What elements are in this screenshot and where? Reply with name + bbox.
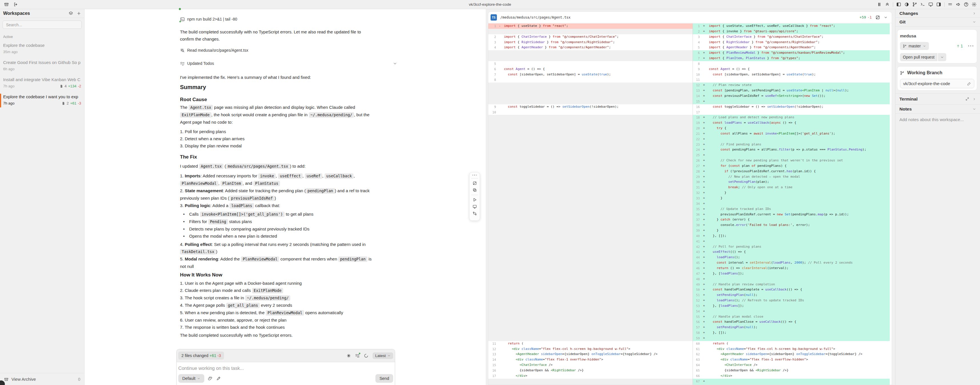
panel-left-icon[interactable] — [896, 2, 901, 7]
diff-code-row: 18+ // Load plans and detect new pending… — [693, 115, 892, 120]
workspace-item[interactable]: Explore the codebase I want you to exp7h… — [0, 94, 84, 107]
drag-dots-icon[interactable] — [472, 175, 477, 176]
diff-code-row: 61 <div className="flex flex-col h-scree… — [693, 347, 892, 352]
git-section-header[interactable]: Git — [896, 18, 980, 27]
menu-icon[interactable] — [948, 2, 953, 7]
diff-filler-row — [488, 212, 692, 217]
expand-icon[interactable] — [966, 97, 969, 101]
monitor-icon[interactable] — [473, 205, 477, 209]
more-menu-icon[interactable]: ··· — [968, 43, 974, 49]
diff-old-pane: 1-import { useState } from "react";2impo… — [488, 24, 692, 385]
chat-block-0[interactable]: npm run build 2>&1 | tail -80 — [180, 17, 397, 22]
diff-filler-row — [488, 271, 692, 277]
help-icon[interactable] — [964, 2, 969, 7]
diff-filler-row — [488, 93, 692, 99]
tool-call-label: Read medusa/src/pages/Agent.tsx — [187, 48, 248, 52]
model-dropdown[interactable]: Default — [178, 374, 204, 383]
chevrons-up-icon[interactable] — [885, 2, 890, 7]
copy-icon[interactable] — [473, 188, 477, 192]
diff-code-row: 23+ // Find pending plans — [693, 142, 892, 147]
diff-code-row: 43+ useEffect(() => { — [693, 249, 892, 255]
gear-icon[interactable] — [972, 2, 977, 7]
todo-list-icon[interactable] — [355, 353, 360, 358]
layers-icon[interactable] — [68, 11, 73, 16]
search-input[interactable]: Search... — [3, 21, 82, 29]
diff-filler-row — [488, 29, 692, 34]
archive-count: 0 — [78, 377, 80, 382]
send-button[interactable]: Send — [375, 374, 393, 383]
notes-section-header[interactable]: Notes — [896, 105, 980, 114]
diff-code-row: 59+ — [693, 336, 892, 341]
workspace-item[interactable]: Create Good First Issues on Github So p6… — [0, 59, 84, 73]
diff-view-icon[interactable] — [473, 181, 477, 185]
contrast-icon[interactable] — [904, 2, 909, 7]
workspace-time: 7h ago — [3, 84, 14, 88]
diff-scrollbar[interactable] — [890, 24, 892, 385]
diff-code-row: 40+ }, []); — [693, 233, 892, 239]
diff-filler-row — [488, 179, 692, 185]
git-branch-icon — [903, 44, 907, 48]
diff-code-row: 66 </div> — [693, 373, 892, 379]
chevron-down-icon[interactable] — [393, 61, 397, 66]
pause-icon[interactable] — [877, 2, 882, 7]
monitor-icon[interactable] — [928, 2, 933, 7]
diff-code-row: 10 const [sidebarOpen, setSidebarOpen] =… — [693, 72, 892, 77]
megaphone-icon[interactable] — [956, 2, 961, 7]
diff-code-row: 28+ if (!previousPlanIdsRef.current.has(… — [693, 169, 892, 174]
diff-filler-row — [488, 233, 692, 239]
workspace-item[interactable]: Explore the codebase35m ago — [0, 42, 84, 56]
pr-dropdown-button[interactable] — [938, 53, 946, 61]
plus-icon[interactable] — [76, 11, 81, 16]
separator — [944, 2, 945, 7]
diff-filler-row — [488, 293, 692, 298]
files-changed-badge[interactable]: 2 files changed +61 -3 — [178, 352, 224, 360]
pen-icon[interactable] — [216, 376, 221, 381]
diff-filler-row — [488, 201, 692, 207]
diff-code-row: 60 return ( — [693, 341, 892, 347]
diff-filler-row — [488, 239, 692, 244]
pencil-icon[interactable] — [967, 82, 971, 86]
working-branch-label: Working Branch — [907, 70, 942, 75]
diff-code-row: 14 <div className="flex flex-1 overflow-… — [488, 357, 692, 363]
panel-right-icon[interactable] — [936, 2, 941, 7]
diff-filler-row — [488, 325, 692, 330]
git-compare-icon[interactable] — [473, 212, 477, 216]
diff-code-row: 31+ break; // Only open one at a time — [693, 185, 892, 190]
diff-style-icon[interactable] — [875, 15, 880, 20]
diff-code-row: 49+ // Handle plan review completion — [693, 282, 892, 287]
chat-block-5: Summary — [180, 83, 397, 91]
message-input[interactable]: Continue working on this task... — [178, 365, 393, 371]
open-pull-request-button[interactable]: Open pull request — [900, 53, 937, 61]
spark-icon[interactable] — [347, 353, 351, 358]
diff-filler-row — [488, 223, 692, 228]
diff-code-row: 14+ const previousPlanIdsRef = useRef<Se… — [693, 93, 892, 99]
diff-code-row: 29+ // New plan detected — open the moda… — [693, 174, 892, 180]
chat-block-7: The Agent.tsx page was missing all plan … — [180, 104, 397, 126]
diff-code-row: 36+ previousPlanIdsRef.current = new Set… — [693, 212, 892, 217]
latest-dropdown[interactable]: Latest — [372, 352, 393, 359]
workspace-time: 7h ago — [3, 101, 14, 105]
terminal-icon[interactable] — [920, 2, 925, 7]
git-branch-icon[interactable] — [912, 2, 917, 7]
working-branch-input[interactable]: vk/3ccf-explore-the-code — [900, 79, 974, 88]
chevron-down-icon[interactable] — [884, 16, 888, 19]
ahead-count: 1 — [956, 44, 963, 48]
diff-code-row: 26+ // Check for new pending plans that … — [693, 158, 892, 163]
working-branch-card: Working Branch vk/3ccf-explore-the-code — [897, 66, 977, 91]
diff-filler-row — [488, 185, 692, 190]
play-icon[interactable] — [473, 198, 477, 202]
diff-filler-row — [488, 249, 692, 255]
diff-code-row: 51+ setPendingPlan(null); — [693, 293, 892, 298]
chat-block-2[interactable]: Read medusa/src/pages/Agent.tsx — [180, 48, 397, 53]
view-archive-button[interactable]: View Archive 0 — [0, 373, 84, 385]
terminal-section-header[interactable]: Terminal — [896, 93, 980, 105]
diff-code-row: 2import { ChatInterface } from "@/compon… — [488, 34, 692, 40]
paperclip-icon[interactable] — [208, 376, 213, 381]
changes-section-header[interactable]: Changes — [896, 9, 980, 18]
branch-dropdown[interactable]: master — [900, 42, 929, 50]
titlebar-right-icons — [877, 2, 977, 7]
notes-input[interactable]: Add notes about this workspace... — [896, 114, 980, 126]
diff-code-row: 12 <div className="flex flex-col h-scree… — [488, 347, 692, 352]
workspace-item[interactable]: Install and integrate Vibe Kanban Web C7… — [0, 76, 84, 90]
chat-block-3[interactable]: Updated Todos — [180, 61, 397, 66]
